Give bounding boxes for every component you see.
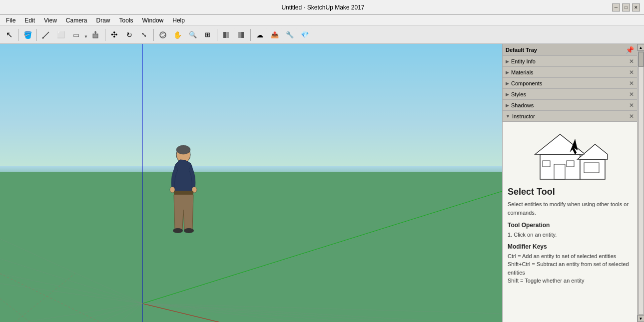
instructor-modifier-title: Modifier Keys [508,243,632,250]
menu-camera[interactable]: Camera [62,16,91,25]
entity-info-arrow: ▶ [506,59,509,64]
entity-info-left: ▶ Entity Info [506,58,536,64]
ruby-console-button[interactable]: 💎 [298,28,312,42]
menu-view[interactable]: View [40,16,61,25]
instructor-content: Select Tool Select entities to modify wh… [503,122,637,322]
styles-close[interactable]: ✕ [629,91,634,98]
viewport[interactable] [0,44,502,322]
line-tool-button[interactable] [39,28,53,42]
instructor-section-header[interactable]: ▼ Instructor ✕ [503,111,637,122]
instructor-operation-content: 1. Click on an entity. [508,231,632,239]
toolbar-separator-2 [36,29,37,41]
scale-tool-button[interactable]: ⤡ [137,28,151,42]
instructor-operation-title: Tool Operation [508,222,632,229]
window-controls: ─ □ ✕ [612,3,640,11]
svg-point-35 [173,228,183,233]
toolbar-separator-5 [217,29,217,41]
titlebar: Untitled - SketchUp Make 2017 ─ □ ✕ [0,0,644,15]
instructor-label: Instructor [512,113,535,119]
svg-point-1 [42,37,44,38]
styles-label: Styles [511,91,526,97]
menu-file[interactable]: File [2,16,19,25]
get-models-button[interactable]: ☁ [253,28,267,42]
instructor-arrow: ▼ [506,114,510,119]
scroll-track[interactable] [638,51,644,315]
person-figure [165,145,202,250]
instructor-image [530,127,610,182]
toolbar-separator-4 [153,29,154,41]
menubar: File Edit View Camera Draw Tools Window … [0,15,644,26]
instructor-tool-name: Select Tool [508,187,632,197]
pan-tool-button[interactable]: ✋ [171,28,185,42]
window-title: Untitled - SketchUp Make 2017 [281,4,364,11]
entity-info-section[interactable]: ▶ Entity Info ✕ [503,56,637,67]
menu-draw[interactable]: Draw [92,16,114,25]
menu-tools[interactable]: Tools [115,16,137,25]
materials-label: Materials [511,69,534,75]
materials-section[interactable]: ▶ Materials ✕ [503,67,637,78]
paint-bucket-button[interactable]: 🪣 [20,28,34,42]
next-scene-button[interactable] [234,28,248,42]
menu-edit[interactable]: Edit [20,16,39,25]
svg-rect-43 [567,161,574,167]
materials-left: ▶ Materials [506,69,534,75]
svg-line-0 [43,32,49,38]
toolbar-separator-3 [105,29,105,41]
tray-title: Default Tray [506,47,537,53]
ground-plane [0,172,502,322]
materials-close[interactable]: ✕ [629,69,634,76]
materials-arrow: ▶ [506,70,509,75]
scroll-thumb[interactable] [639,52,644,67]
instructor-close[interactable]: ✕ [629,113,634,120]
svg-point-36 [184,228,194,233]
svg-point-31 [176,145,190,154]
move-tool-button[interactable]: ✣ [107,28,121,42]
components-label: Components [511,80,542,86]
svg-rect-8 [226,32,229,38]
menu-window[interactable]: Window [138,16,168,25]
share-model-button[interactable]: 📤 [268,28,282,42]
orbit-tool-button[interactable] [156,28,170,42]
menu-help[interactable]: Help [168,16,189,25]
components-section[interactable]: ▶ Components ✕ [503,78,637,89]
entity-info-label: Entity Info [511,58,536,64]
shadows-left: ▶ Shadows [506,102,534,108]
svg-rect-44 [584,163,599,173]
svg-rect-10 [241,32,244,38]
svg-rect-2 [93,34,98,38]
rotate-tool-button[interactable]: ↻ [122,28,136,42]
zoom-tool-button[interactable]: 🔍 [186,28,200,42]
zoom-extents-button[interactable]: ⊞ [201,28,215,42]
tray-header: Default Tray 📌 [503,44,637,56]
instructor-left: ▼ Instructor [506,113,535,119]
components-left: ▶ Components [506,80,542,86]
prev-scene-button[interactable] [219,28,233,42]
extension-warehouse-button[interactable]: 🔧 [283,28,297,42]
instructor-modifier-content: Ctrl = Add an entity to set of selected … [508,252,632,285]
eraser-tool-button[interactable]: ⬜ [54,28,68,42]
minimize-button[interactable]: ─ [612,3,620,11]
shadows-section[interactable]: ▶ Shadows ✕ [503,100,637,111]
scroll-up-button[interactable]: ▲ [638,44,644,51]
toolbar-separator-6 [250,29,251,41]
close-button[interactable]: ✕ [632,3,640,11]
tray-pin-button[interactable]: 📌 [626,46,634,54]
right-scrollbar[interactable]: ▲ ▼ [637,44,644,322]
svg-marker-38 [535,134,585,154]
styles-section[interactable]: ▶ Styles ✕ [503,89,637,100]
rectangle-tool-button[interactable]: ▭ [69,28,83,42]
default-tray: Default Tray 📌 ▶ Entity Info ✕ ▶ Materia… [502,44,637,322]
pushpull-tool-button[interactable] [89,28,103,42]
styles-left: ▶ Styles [506,91,526,97]
scroll-down-button[interactable]: ▼ [638,315,644,322]
instructor-description: Select entities to modify when using oth… [508,200,632,217]
entity-info-close[interactable]: ✕ [629,58,634,65]
sky-background [0,44,502,177]
components-close[interactable]: ✕ [629,80,634,87]
toolbar-separator-1 [18,29,18,41]
select-tool-button[interactable]: ↖ [2,28,16,42]
maximize-button[interactable]: □ [622,3,630,11]
svg-rect-42 [543,161,550,167]
shadows-close[interactable]: ✕ [629,102,634,109]
svg-rect-7 [223,32,226,38]
